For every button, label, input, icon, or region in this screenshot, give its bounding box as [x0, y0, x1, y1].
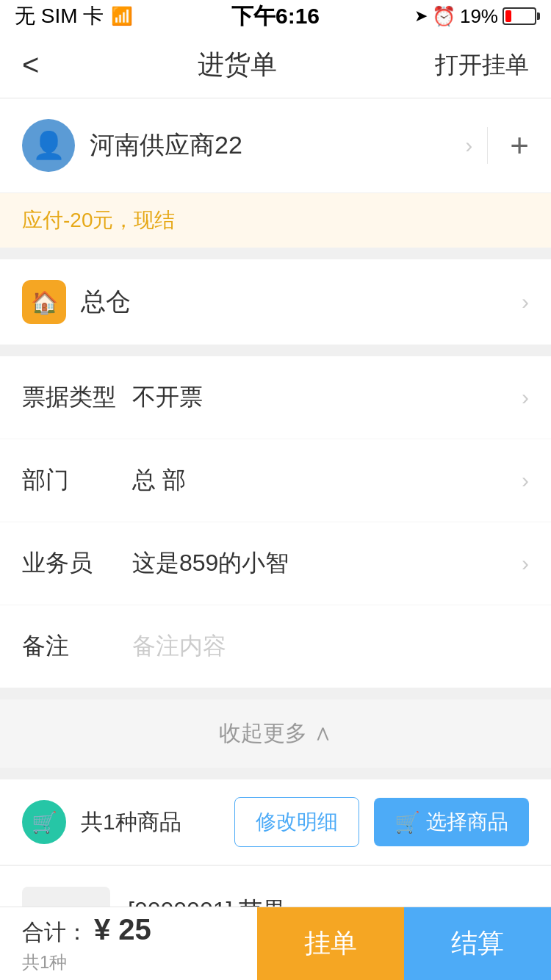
- agent-label: 业务员: [22, 547, 125, 580]
- warehouse-section: 🏠 总仓 ›: [0, 259, 551, 345]
- total-label-row: 合计： ¥ 25: [22, 913, 235, 948]
- warehouse-name: 总仓: [81, 285, 522, 319]
- supplier-avatar: 👤: [22, 119, 75, 172]
- supplier-chevron-icon: ›: [465, 133, 472, 158]
- product-icon: 🛒: [22, 800, 66, 844]
- page-title: 进货单: [198, 47, 277, 83]
- back-button[interactable]: <: [22, 48, 39, 82]
- status-time: 下午6:16: [231, 1, 320, 32]
- edit-detail-button[interactable]: 修改明细: [234, 797, 359, 847]
- agent-row[interactable]: 业务员 这是859的小智 ›: [0, 522, 551, 605]
- form-section: 票据类型 不开票 › 部门 总 部 › 业务员 这是859的小智 › 备注 备注…: [0, 356, 551, 688]
- add-button[interactable]: +: [510, 127, 529, 164]
- dept-label: 部门: [22, 464, 125, 497]
- warehouse-row[interactable]: 🏠 总仓 ›: [0, 259, 551, 345]
- select-product-icon: 🛒: [395, 810, 420, 835]
- battery-icon: [503, 7, 536, 25]
- collapse-button[interactable]: 收起更多 ∧: [0, 699, 551, 768]
- total-section: 合计： ¥ 25 共1种: [0, 913, 257, 974]
- select-product-button[interactable]: 🛒 选择商品: [374, 798, 529, 846]
- product-count: 共1种商品: [81, 807, 220, 837]
- main-content: 👤 河南供应商22 › + 应付-20元，现结 🏠 总仓 › 票据类型 不开票 …: [0, 98, 551, 980]
- open-pending-button[interactable]: 打开挂单: [435, 49, 529, 82]
- total-sub: 共1种: [22, 951, 235, 974]
- agent-chevron-icon: ›: [522, 551, 529, 576]
- total-text: 合计：: [22, 918, 88, 948]
- nav-bar: < 进货单 打开挂单: [0, 32, 551, 98]
- warehouse-chevron-icon: ›: [522, 289, 529, 314]
- supplier-name: 河南供应商22: [90, 129, 465, 162]
- product-header: 🛒 共1种商品 修改明细 🛒 选择商品: [0, 779, 551, 865]
- invoice-label: 票据类型: [22, 381, 125, 414]
- status-left: 无 SIM 卡 📶: [15, 2, 133, 30]
- warehouse-icon: 🏠: [22, 280, 66, 324]
- battery-percent: 19%: [460, 5, 498, 28]
- carrier-text: 无 SIM 卡: [15, 2, 104, 30]
- dept-chevron-icon: ›: [522, 468, 529, 493]
- wifi-icon: 📶: [111, 6, 133, 26]
- status-bar: 无 SIM 卡 📶 下午6:16 ➤ ⏰ 19%: [0, 0, 551, 32]
- invoice-value: 不开票: [132, 381, 522, 414]
- supplier-section: 👤 河南供应商22 › + 应付-20元，现结: [0, 98, 551, 248]
- remark-placeholder: 备注内容: [132, 630, 529, 663]
- alarm-icon: ⏰: [432, 5, 455, 28]
- dept-row[interactable]: 部门 总 部 ›: [0, 439, 551, 522]
- cart-icon: 🛒: [32, 810, 57, 835]
- agent-value: 这是859的小智: [132, 547, 522, 580]
- dept-value: 总 部: [132, 464, 522, 497]
- remark-row[interactable]: 备注 备注内容: [0, 605, 551, 688]
- total-amount: ¥ 25: [94, 913, 151, 946]
- avatar-icon: 👤: [32, 130, 65, 161]
- bottom-bar: 合计： ¥ 25 共1种 挂单 结算: [0, 907, 551, 980]
- location-icon: ➤: [414, 7, 428, 26]
- status-right: ➤ ⏰ 19%: [414, 5, 536, 28]
- hang-button[interactable]: 挂单: [257, 907, 404, 981]
- invoice-chevron-icon: ›: [522, 385, 529, 410]
- checkout-button[interactable]: 结算: [404, 907, 551, 981]
- supplier-row[interactable]: 👤 河南供应商22 › +: [0, 98, 551, 193]
- alert-banner: 应付-20元，现结: [0, 193, 551, 248]
- invoice-row[interactable]: 票据类型 不开票 ›: [0, 356, 551, 439]
- remark-label: 备注: [22, 630, 125, 663]
- divider: [487, 127, 488, 164]
- select-product-label: 选择商品: [426, 808, 508, 836]
